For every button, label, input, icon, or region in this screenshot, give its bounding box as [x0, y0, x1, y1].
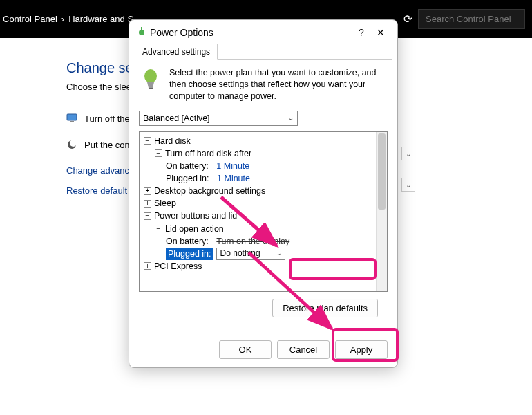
- collapse-icon[interactable]: −: [144, 212, 151, 220]
- apply-button[interactable]: Apply: [335, 340, 388, 359]
- monitor-icon: [66, 113, 77, 124]
- crumb-control-panel[interactable]: Control Panel: [3, 14, 57, 24]
- dropdown-arrow-icon[interactable]: ⌄: [401, 147, 415, 160]
- help-button[interactable]: ?: [352, 27, 371, 38]
- tree-desktop-bg[interactable]: Desktop background settings: [154, 185, 265, 197]
- settings-tree[interactable]: −Hard disk −Turn off hard disk after On …: [140, 132, 376, 291]
- svg-rect-1: [70, 121, 74, 122]
- collapse-icon[interactable]: −: [144, 137, 151, 145]
- chevron-down-icon: ⌄: [274, 249, 285, 258]
- svg-rect-5: [141, 27, 142, 31]
- on-battery-value-2[interactable]: Turn on the display: [216, 235, 289, 248]
- power-icon: [136, 26, 147, 39]
- dialog-title: Power Options: [150, 27, 352, 38]
- expand-icon[interactable]: +: [144, 187, 151, 195]
- svg-point-3: [70, 140, 77, 147]
- row-label: Put the com: [84, 140, 132, 150]
- tree-turn-off-hd[interactable]: Turn off hard disk after: [165, 147, 251, 160]
- expand-icon[interactable]: +: [144, 262, 151, 270]
- expand-icon[interactable]: +: [144, 200, 151, 208]
- ok-button[interactable]: OK: [219, 340, 272, 359]
- chevron-down-icon: ⌄: [288, 114, 294, 122]
- plan-select[interactable]: Balanced [Active] ⌄: [139, 111, 298, 126]
- svg-point-6: [144, 69, 157, 83]
- close-button[interactable]: ✕: [371, 27, 390, 38]
- refresh-icon[interactable]: ⟳: [397, 12, 418, 26]
- crumb-hardware[interactable]: Hardware and S: [68, 14, 133, 24]
- restore-defaults-button[interactable]: Restore plan defaults: [272, 299, 378, 317]
- intro-text: Select the power plan that you want to c…: [169, 67, 388, 102]
- collapse-icon[interactable]: −: [155, 225, 162, 232]
- tree-pci[interactable]: PCI Express: [154, 260, 202, 273]
- select-value: Do nothing: [217, 248, 274, 259]
- on-battery-label: On battery:: [166, 160, 209, 172]
- tree-scrollbar[interactable]: [376, 132, 387, 291]
- collapse-icon[interactable]: −: [155, 149, 162, 157]
- power-options-dialog: Power Options ? ✕ Advanced settings Sele…: [129, 19, 398, 368]
- svg-rect-7: [149, 88, 153, 89]
- plugged-in-label: Plugged in:: [166, 172, 209, 185]
- search-input[interactable]: [418, 9, 525, 29]
- on-battery-label-2: On battery:: [166, 235, 209, 248]
- plan-value: Balanced [Active]: [143, 113, 210, 123]
- plugged-in-label-selected[interactable]: Plugged in:: [166, 248, 213, 260]
- tree-sleep[interactable]: Sleep: [154, 197, 176, 210]
- svg-rect-0: [67, 114, 77, 120]
- moon-icon: [66, 139, 77, 150]
- dropdown-arrow-icon[interactable]: ⌄: [401, 178, 415, 192]
- on-battery-value[interactable]: 1 Minute: [216, 160, 249, 172]
- tree-hard-disk[interactable]: Hard disk: [154, 135, 191, 147]
- chevron-right-icon: ›: [61, 14, 64, 24]
- cancel-button[interactable]: Cancel: [277, 340, 330, 359]
- tree-lid-open[interactable]: Lid open action: [165, 223, 224, 235]
- row-label: Turn off the: [84, 113, 130, 124]
- plugged-in-action-select[interactable]: Do nothing ⌄: [216, 248, 285, 260]
- power-plan-icon: [139, 67, 162, 91]
- plugged-in-value[interactable]: 1 Minute: [217, 172, 250, 185]
- tree-power-buttons[interactable]: Power buttons and lid: [154, 210, 237, 222]
- scrollbar-thumb[interactable]: [378, 133, 386, 210]
- tab-advanced[interactable]: Advanced settings: [135, 44, 218, 60]
